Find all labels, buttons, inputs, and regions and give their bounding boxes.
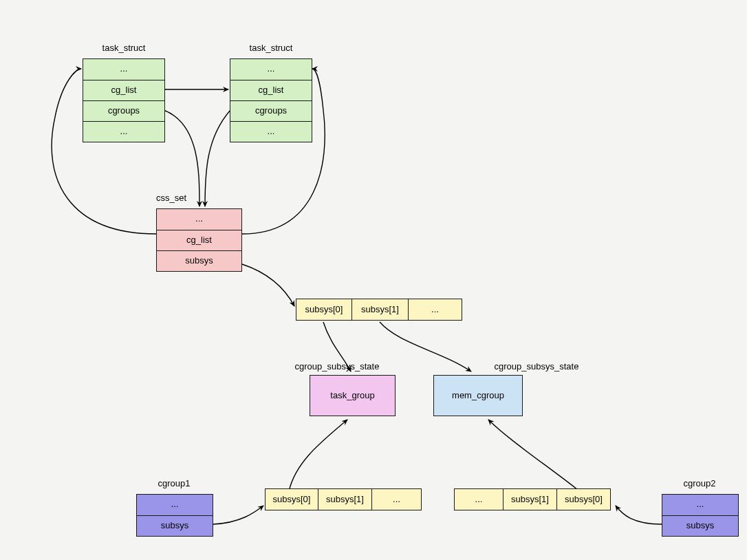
subsys-top-cell-1: subsys[1]	[352, 299, 409, 321]
task-struct-a-row-1: cg_list	[83, 80, 164, 100]
cgroup2-row-0: ...	[662, 495, 738, 515]
subsys-array-top: subsys[0] subsys[1] ...	[296, 299, 462, 321]
task-struct-b: ... cg_list cgroups ...	[230, 58, 312, 142]
subsys-left-cell-1: subsys[1]	[318, 488, 372, 510]
task-struct-a: ... cg_list cgroups ...	[83, 58, 165, 142]
subsys-left-cell-2: ...	[372, 488, 422, 510]
task-struct-a-title: task_struct	[83, 43, 165, 53]
cgroup-subsys-state-b-title: cgroup_subsys_state	[481, 361, 592, 371]
cgroup1: ... subsys	[136, 494, 213, 537]
task-struct-a-row-2: cgroups	[83, 100, 164, 121]
task-group: task_group	[310, 375, 396, 416]
task-struct-b-row-0: ...	[230, 59, 312, 80]
cgroup-subsys-state-a-title: cgroup_subsys_state	[248, 361, 426, 371]
task-struct-b-row-2: cgroups	[230, 100, 312, 121]
cgroup2: ... subsys	[662, 494, 739, 537]
task-struct-a-row-3: ...	[83, 121, 164, 142]
cgroup2-row-1: subsys	[662, 515, 738, 536]
css-set: ... cg_list subsys	[156, 208, 242, 272]
css-set-row-0: ...	[157, 209, 241, 230]
cgroup1-row-1: subsys	[137, 515, 213, 536]
subsys-left-cell-0: subsys[0]	[265, 488, 318, 510]
task-struct-b-title: task_struct	[230, 43, 312, 53]
task-struct-b-row-1: cg_list	[230, 80, 312, 100]
css-set-title: css_set	[156, 193, 242, 203]
css-set-row-1: cg_list	[157, 230, 241, 250]
mem-cgroup: mem_cgroup	[433, 375, 523, 416]
cgroup2-title: cgroup2	[662, 478, 737, 488]
subsys-right-cell-1: subsys[1]	[504, 488, 557, 510]
subsys-array-left: subsys[0] subsys[1] ...	[265, 488, 422, 510]
css-set-row-2: subsys	[157, 250, 241, 271]
subsys-right-cell-2: subsys[0]	[557, 488, 611, 510]
cgroup1-row-0: ...	[137, 495, 213, 515]
subsys-array-right: ... subsys[1] subsys[0]	[454, 488, 611, 510]
subsys-top-cell-2: ...	[409, 299, 462, 321]
subsys-top-cell-0: subsys[0]	[296, 299, 352, 321]
cgroup1-title: cgroup1	[136, 478, 212, 488]
task-struct-b-row-3: ...	[230, 121, 312, 142]
task-struct-a-row-0: ...	[83, 59, 164, 80]
subsys-right-cell-0: ...	[454, 488, 504, 510]
